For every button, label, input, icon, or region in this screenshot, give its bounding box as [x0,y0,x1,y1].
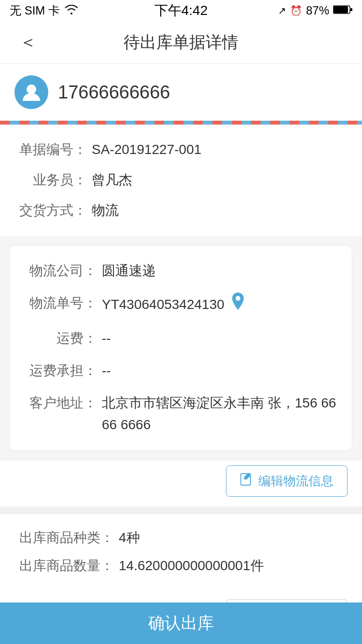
order-no-row: 单据编号： SA-20191227-001 [19,139,343,161]
edit-logistics-button[interactable]: 编辑物流信息 [226,465,348,497]
delivery-label: 交货方式： [19,200,87,222]
map-pin-icon[interactable] [230,293,246,317]
logistics-company-row: 物流公司： 圆通速递 [25,260,337,282]
logistics-freight-label: 运费： [25,328,97,350]
battery-label: 87% [306,4,329,17]
status-bar-right: ↗ ⏰ 87% [278,4,352,17]
back-button[interactable]: ＜ [14,26,42,59]
carrier-label: 无 SIM 卡 [10,3,60,18]
dashed-divider [0,121,362,125]
order-no-value: SA-20191227-001 [92,139,343,161]
product-types-value: 4种 [119,529,140,547]
svg-rect-2 [350,8,352,11]
confirm-btn-wrapper: 确认出库 [0,602,362,644]
logistics-address-row: 客户地址： 北京市市辖区海淀区永丰南 张，156 6666 6666 [25,392,337,436]
logistics-card: 物流公司： 圆通速递 物流单号： YT43064053424130 运费： --… [10,245,352,450]
wifi-icon [65,4,78,17]
logistics-address-value: 北京市市辖区海淀区永丰南 张，156 6666 6666 [102,392,337,436]
edit-logistics-row: 编辑物流信息 [0,461,362,506]
nav-title: 待出库单据详情 [124,31,238,54]
delivery-row: 交货方式： 物流 [19,200,343,222]
edit-icon [240,473,253,490]
svg-point-3 [27,84,36,94]
battery-icon [333,4,352,17]
product-quantity-label: 出库商品数量： [19,557,114,575]
order-info-section: 单据编号： SA-20191227-001 业务员： 曾凡杰 交货方式： 物流 [0,125,362,236]
product-section: 出库商品种类： 4种 出库商品数量： 14.620000000000001件 [0,514,362,594]
edit-logistics-label: 编辑物流信息 [258,473,334,490]
customer-header: 17666666666 [0,64,362,121]
product-types-row: 出库商品种类： 4种 [19,529,343,547]
salesman-value: 曾凡杰 [92,169,343,191]
logistics-freight-bearer-value: -- [102,360,337,382]
location-status-icon: ↗ [278,5,286,16]
avatar [14,75,48,109]
salesman-label: 业务员： [19,169,87,191]
logistics-freight-bearer-row: 运费承担： -- [25,360,337,382]
product-quantity-value: 14.620000000000001件 [119,557,264,575]
logistics-address-label: 客户地址： [25,392,97,414]
status-bar-left: 无 SIM 卡 [10,3,78,18]
alarm-icon: ⏰ [290,5,302,16]
svg-point-4 [236,296,240,301]
status-bar-time: 下午4:42 [154,1,208,20]
order-no-label: 单据编号： [19,139,87,161]
section-divider [0,506,362,514]
logistics-freight-value: -- [102,328,337,350]
product-types-label: 出库商品种类： [19,529,114,547]
svg-rect-1 [334,6,348,13]
delivery-value: 物流 [92,200,343,222]
product-quantity-row: 出库商品数量： 14.620000000000001件 [19,557,343,575]
tracking-number: YT43064053424130 [102,294,224,316]
customer-phone: 17666666666 [58,82,170,103]
logistics-tracking-row: 物流单号： YT43064053424130 [25,293,337,317]
logistics-freight-bearer-label: 运费承担： [25,360,97,382]
logistics-company-value: 圆通速递 [102,260,337,282]
logistics-company-label: 物流公司： [25,260,97,282]
status-bar: 无 SIM 卡 下午4:42 ↗ ⏰ 87% [0,0,362,21]
logistics-tracking-value: YT43064053424130 [102,293,337,317]
salesman-row: 业务员： 曾凡杰 [19,169,343,191]
confirm-outbound-button[interactable]: 确认出库 [0,612,362,634]
logistics-tracking-label: 物流单号： [25,293,97,314]
nav-bar: ＜ 待出库单据详情 [0,21,362,64]
logistics-freight-row: 运费： -- [25,328,337,350]
